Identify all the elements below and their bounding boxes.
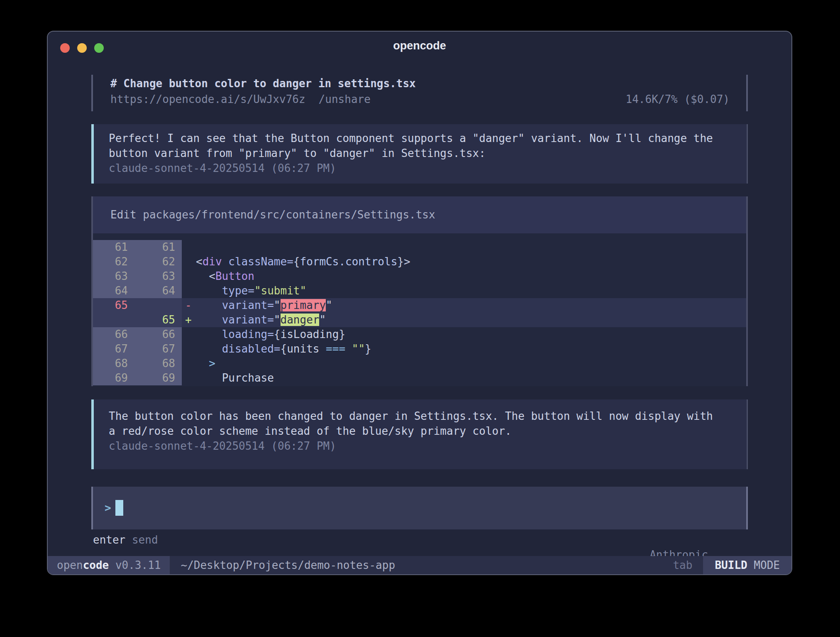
tool-action-label: Edit	[110, 208, 143, 221]
diff-row: 6464 type="submit"	[93, 284, 746, 298]
share-url-link[interactable]: https://opencode.ai/s/UwJxv76z	[110, 91, 305, 107]
app-name-code: code	[83, 559, 109, 571]
session-header: # Change button color to danger in setti…	[91, 75, 748, 111]
working-directory: ~/Desktop/Projects/demo-notes-app	[181, 556, 395, 574]
text-cursor	[115, 500, 123, 516]
assistant-message-text: The button color has been changed to dan…	[109, 409, 730, 439]
unshare-command[interactable]: /unshare	[319, 91, 371, 107]
app-version-chip: opencode v0.3.11	[48, 556, 170, 574]
diff-row: 6161	[93, 240, 746, 255]
app-version: v0.3.11	[109, 559, 161, 571]
prompt-chevron: >	[105, 502, 111, 514]
tab-key-hint: tab	[673, 556, 703, 574]
diff-row: 6767 disabled={units === ""}	[93, 342, 746, 356]
diff-row: 6868 >	[93, 356, 746, 371]
diff-row: 6363 <Button	[93, 269, 746, 284]
app-name-open: open	[57, 559, 83, 571]
assistant-message: Perfect! I can see that the Button compo…	[91, 124, 748, 184]
assistant-message-text: Perfect! I can see that the Button compo…	[109, 131, 730, 161]
model-timestamp: claude-sonnet-4-20250514 (06:27 PM)	[109, 439, 730, 453]
title-bar: opencode	[48, 32, 791, 58]
diff-row: 65- variant="primary"	[93, 298, 746, 313]
mode-suffix: MODE	[747, 559, 780, 571]
edit-tool-header: Edit packages/frontend/src/containers/Se…	[93, 196, 746, 233]
session-title: # Change button color to danger in setti…	[110, 76, 730, 91]
token-cost-stats: 14.6K/7% ($0.07)	[626, 91, 730, 107]
model-timestamp: claude-sonnet-4-20250514 (06:27 PM)	[109, 161, 730, 176]
prompt-input[interactable]: >	[91, 487, 748, 529]
status-bar: opencode v0.3.11 ~/Desktop/Projects/demo…	[48, 556, 791, 574]
tool-file-path: packages/frontend/src/containers/Setting…	[143, 208, 435, 221]
mode-name: BUILD	[715, 559, 747, 571]
diff-row: 6969 Purchase	[93, 371, 746, 385]
code-diff: 61616262<div className={formCs.controls}…	[93, 233, 746, 385]
mode-toggle-chip[interactable]: BUILD MODE	[703, 556, 791, 574]
diff-row: 65+ variant="danger"	[93, 313, 746, 327]
edit-tool-block: Edit packages/frontend/src/containers/Se…	[91, 196, 748, 386]
diff-row: 6666 loading={isLoading}	[93, 327, 746, 342]
diff-row: 6262<div className={formCs.controls}>	[93, 255, 746, 269]
window-title: opencode	[48, 32, 791, 58]
opencode-window: opencode # Change button color to danger…	[47, 31, 792, 575]
assistant-message: The button color has been changed to dan…	[91, 399, 748, 469]
screen: opencode # Change button color to danger…	[0, 0, 840, 637]
